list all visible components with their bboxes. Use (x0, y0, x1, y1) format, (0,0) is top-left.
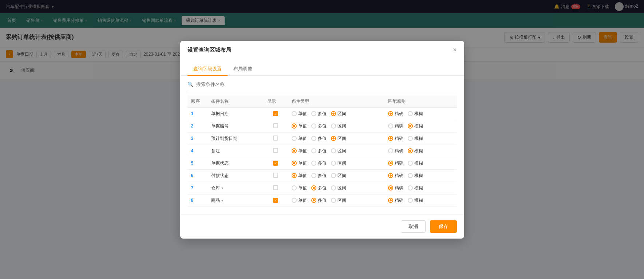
modal-header: 设置查询区域布局 × (180, 41, 464, 58)
modal-tab-query[interactable]: 查询字段设置 (187, 63, 228, 76)
settings-modal: 设置查询区域布局 × 查询字段设置 布局调整 🔍 顺序 条件名称 (180, 41, 464, 80)
modal-overlay: 设置查询区域布局 × 查询字段设置 布局调整 🔍 顺序 条件名称 (0, 0, 644, 80)
modal-tabs: 查询字段设置 布局调整 (180, 58, 464, 76)
modal-title: 设置查询区域布局 (187, 47, 231, 54)
modal-tab-layout[interactable]: 布局调整 (228, 63, 258, 76)
modal-close-button[interactable]: × (453, 47, 457, 53)
modal-body: 🔍 顺序 条件名称 显示 条件类型 匹配原则 (180, 76, 464, 80)
